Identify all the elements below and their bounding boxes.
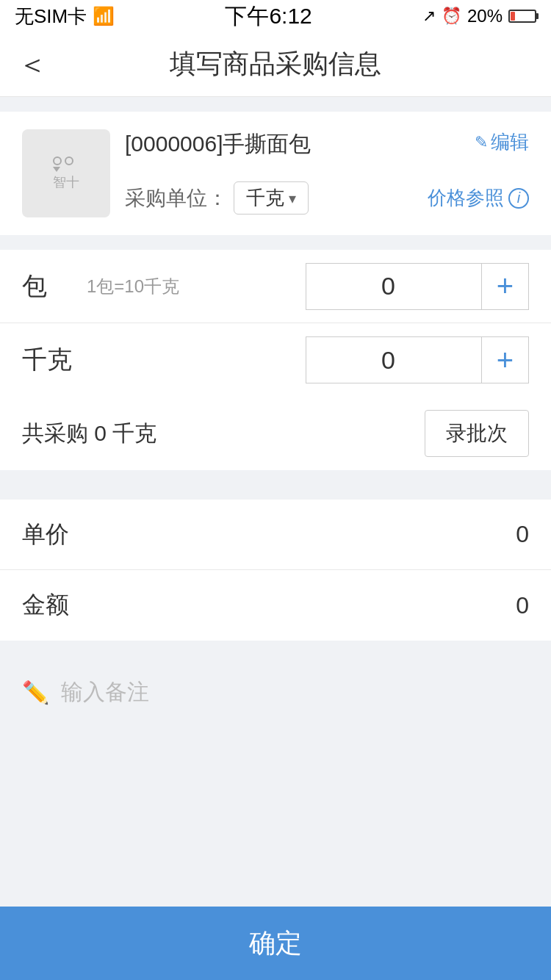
- record-batch-button[interactable]: 录批次: [425, 410, 529, 457]
- note-placeholder: 输入备注: [61, 677, 149, 707]
- edit-button[interactable]: ✎ 编辑: [475, 129, 529, 155]
- divider-2: [0, 470, 551, 485]
- nav-bar: ＜ 填写商品采购信息: [0, 32, 551, 97]
- product-card: 智十 [0000006]手撕面包 ✎ 编辑 采购单位： 千克 ▾: [0, 112, 551, 235]
- bao-increment-button[interactable]: +: [482, 263, 529, 310]
- amount-value: 0: [516, 592, 529, 619]
- kg-label: 千克: [22, 343, 81, 377]
- info-icon: i: [508, 188, 529, 209]
- product-header: [0000006]手撕面包 ✎ 编辑: [125, 129, 529, 159]
- confirm-label: 确定: [249, 926, 302, 962]
- bao-quantity-input[interactable]: [306, 263, 482, 310]
- back-button[interactable]: ＜: [18, 44, 47, 84]
- bao-label: 包: [22, 270, 81, 303]
- carrier-text: 无SIM卡: [15, 4, 87, 29]
- kg-input-control: +: [306, 336, 529, 383]
- unit-price-value: 0: [516, 521, 529, 548]
- location-icon: ↗: [422, 7, 436, 26]
- alarm-icon: ⏰: [442, 7, 461, 26]
- product-unit-row: 采购单位： 千克 ▾ 价格参照 i: [125, 181, 529, 215]
- pencil-icon: ✏️: [22, 680, 49, 705]
- divider-1: [0, 235, 551, 250]
- product-info: [0000006]手撕面包 ✎ 编辑 采购单位： 千克 ▾ 价格参照 i: [125, 129, 529, 215]
- product-name: [0000006]手撕面包: [125, 129, 311, 159]
- page-title: 填写商品采购信息: [170, 46, 381, 82]
- kg-increment-button[interactable]: +: [482, 336, 529, 383]
- price-info-section: 单价 0 金额 0: [0, 500, 551, 641]
- battery-percent: 20%: [467, 6, 503, 26]
- status-bar: 无SIM卡 📶 下午6:12 ↗ ⏰ 20%: [0, 0, 551, 32]
- status-time: 下午6:12: [225, 1, 311, 32]
- edit-icon: ✎: [475, 133, 488, 152]
- content-area: 智十 [0000006]手撕面包 ✎ 编辑 采购单位： 千克 ▾: [0, 112, 551, 817]
- kg-input-row: 千克 +: [0, 323, 551, 397]
- total-row: 共采购 0 千克 录批次: [0, 397, 551, 470]
- status-right: ↗ ⏰ 20%: [422, 6, 536, 26]
- unit-price-label: 单价: [22, 519, 69, 551]
- battery-icon: [508, 10, 536, 23]
- confirm-button[interactable]: 确定: [0, 907, 551, 980]
- input-section: 包 1包=10千克 + 千克 +: [0, 250, 551, 397]
- bao-input-row: 包 1包=10千克 +: [0, 250, 551, 323]
- product-image: 智十: [22, 129, 110, 217]
- unit-label: 采购单位：: [125, 184, 228, 212]
- status-carrier: 无SIM卡 📶: [15, 4, 115, 29]
- kg-quantity-input[interactable]: [306, 336, 482, 383]
- amount-label: 金额: [22, 589, 69, 621]
- wifi-icon: 📶: [93, 6, 115, 26]
- bao-sublabel: 1包=10千克: [87, 275, 306, 298]
- note-section[interactable]: ✏️ 输入备注: [0, 655, 551, 729]
- amount-row: 金额 0: [0, 570, 551, 641]
- unit-select[interactable]: 千克 ▾: [234, 181, 309, 215]
- price-ref-button[interactable]: 价格参照 i: [428, 185, 529, 211]
- unit-price-row: 单价 0: [0, 500, 551, 570]
- total-label: 共采购 0 千克: [22, 419, 156, 449]
- product-logo: 智十: [53, 173, 79, 191]
- bao-input-control: +: [306, 263, 529, 310]
- dropdown-arrow-icon: ▾: [289, 190, 296, 207]
